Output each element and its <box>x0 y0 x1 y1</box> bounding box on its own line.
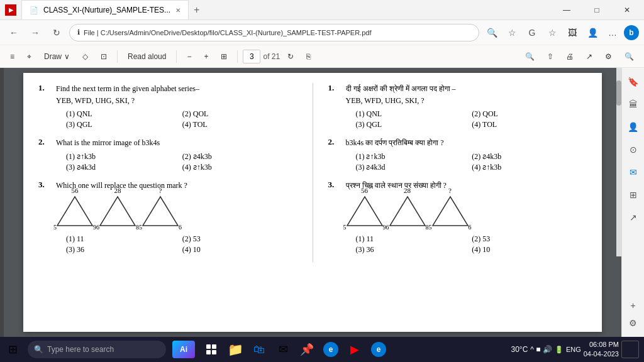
sidebar-library[interactable]: 🏛 <box>625 96 642 113</box>
pdf-share-button[interactable]: ⇧ <box>542 48 558 65</box>
taskbar-search[interactable]: 🔍 Type here to search <box>28 341 166 358</box>
q2-opt4-hi: (4) ƨ↑k3b <box>472 163 587 172</box>
highlight-button[interactable]: ⌖ <box>22 48 36 65</box>
sidebar-bookmark[interactable]: 🔖 <box>625 73 642 90</box>
english-column: 1. Find the next term in the given alpha… <box>38 83 297 262</box>
taskbar-time[interactable]: 06:08 PM 04-04-2023 <box>584 340 619 359</box>
sidebar-outlook[interactable]: ✉ <box>625 163 642 181</box>
sidebar-add[interactable]: + <box>625 297 642 314</box>
pdf-print-button[interactable]: 🖨 <box>561 48 579 65</box>
favorite-icon[interactable]: ☆ <box>503 24 521 41</box>
edge-icon: b <box>624 25 639 40</box>
taskbar-edge[interactable]: e <box>319 338 342 361</box>
minimize-button[interactable]: — <box>552 0 581 20</box>
refresh-button[interactable]: ↻ <box>48 24 65 41</box>
copy-button[interactable]: ⎘ <box>301 48 316 65</box>
taskbar-youtube[interactable]: ▶ <box>343 338 366 361</box>
share-icon[interactable]: ☆ <box>543 24 561 41</box>
q2-opt1-hi: (1) ƨ↑k3b <box>356 152 471 162</box>
maximize-button[interactable]: □ <box>582 0 611 20</box>
sidebar-arrow[interactable]: ↗ <box>625 209 642 226</box>
address-bar: ← → ↻ ℹ File | C:/Users/Admin/OneDrive/D… <box>0 20 644 45</box>
weather-temp: 30°C <box>511 345 528 354</box>
extensions-icon[interactable]: 🖼 <box>564 24 581 41</box>
search-icon[interactable]: 🔍 <box>483 24 501 41</box>
svg-marker-0 <box>57 197 92 226</box>
sidebar-circle[interactable]: ⊙ <box>625 141 642 158</box>
box-button[interactable]: ⊡ <box>96 48 112 65</box>
pdf-search-button[interactable]: 🔍 <box>520 48 540 65</box>
q2-opt3-hi: (3) ƨ4k3d <box>356 163 471 172</box>
svg-rect-7 <box>212 344 216 349</box>
user-icon[interactable]: 👤 <box>584 24 601 41</box>
triangle3-en: ? 5 6 <box>142 195 179 229</box>
taskbar-task-view[interactable] <box>200 338 223 361</box>
pdf-sidebar-search[interactable]: 🔍 <box>619 48 639 65</box>
triangle2-svg-en <box>99 195 136 227</box>
taskbar-store[interactable]: 🛍 <box>248 338 270 361</box>
q3-content-en: Which one will replace the question mark… <box>56 180 297 260</box>
taskbar-edge2[interactable]: e <box>367 338 390 361</box>
svg-rect-6 <box>206 344 211 349</box>
taskbar-app5[interactable]: 📌 <box>296 338 318 361</box>
page-number-input[interactable] <box>243 50 260 63</box>
scrollbar-thumb[interactable] <box>616 80 621 106</box>
taskbar-mail[interactable]: ✉ <box>272 338 294 361</box>
show-desktop-button[interactable] <box>621 341 639 358</box>
q1-num-en: 1. <box>38 83 51 134</box>
q1-opt4-hi: (4) TOL <box>472 120 587 129</box>
new-tab-button[interactable]: + <box>189 4 204 16</box>
triangle3-svg-hi <box>431 195 469 227</box>
triangle1-en: 56 5 9 <box>56 195 94 229</box>
sidebar-scroll-settings[interactable]: ⚙ <box>625 314 642 332</box>
triangle2-svg-hi <box>389 195 426 227</box>
q3-options-hi: (1) 11 (2) 53 (3) 36 (4) 10 <box>356 234 587 255</box>
q3-content-hi: प्रश्न चिह्न वाले स्थान पर संख्या होगी ?… <box>346 180 587 260</box>
fit-page-button[interactable]: ⊞ <box>216 48 232 65</box>
sidebar-user[interactable]: 👤 <box>625 118 642 136</box>
more-menu[interactable]: … <box>604 24 621 41</box>
menu-button[interactable]: ≡ <box>5 48 19 65</box>
ai-label: Ai <box>180 345 187 354</box>
q2-content-en: What is the mirror image of b3k4s (1) ƨ↑… <box>56 137 297 177</box>
q1-opt1-en: (1) QNL <box>66 109 181 119</box>
q2-text-en: What is the mirror image of b3k4s <box>56 137 297 149</box>
triangle2-en: 28 6 8 <box>99 195 136 229</box>
draw-button[interactable]: Draw ∨ <box>39 48 75 65</box>
zoom-in-button[interactable]: + <box>199 48 213 65</box>
tab-close-button[interactable]: ✕ <box>175 7 180 14</box>
separator <box>117 50 118 63</box>
q2-num-hi: 2. <box>328 137 341 177</box>
triangle1-svg-hi <box>346 195 384 227</box>
start-button[interactable]: ⊞ <box>0 337 25 362</box>
taskbar-file-explorer[interactable]: 📁 <box>224 338 247 361</box>
pdf-container[interactable]: 1. Find the next term in the given alpha… <box>4 68 621 337</box>
collections-icon[interactable]: G <box>523 24 541 41</box>
back-button[interactable]: ← <box>5 24 23 41</box>
q1-options-hi: (1) QNL (2) QOL (3) QGL (4) TOL <box>356 109 587 129</box>
zoom-out-button[interactable]: − <box>182 48 196 65</box>
q2-num-en: 2. <box>38 137 51 177</box>
pdf-more-button[interactable]: ↗ <box>581 48 597 65</box>
active-tab[interactable]: 📄 CLASS_XI-(Nurture)_SAMPLE-TES... ✕ <box>21 0 189 19</box>
pdf-settings-button[interactable]: ⚙ <box>600 48 617 65</box>
read-aloud-button[interactable]: Read aloud <box>123 48 171 65</box>
q2-opt2-hi: (2) ƨ4k3b <box>472 152 587 162</box>
forward-button[interactable]: → <box>26 24 44 41</box>
ai-button[interactable]: Ai <box>172 341 195 358</box>
tab-title: CLASS_XI-(Nurture)_SAMPLE-TES... <box>43 6 170 14</box>
svg-marker-1 <box>100 197 135 226</box>
title-bar-left: ▶ <box>0 4 21 16</box>
taskbar: ⊞ 🔍 Type here to search Ai 📁 🛍 ✉ 📌 e ▶ <box>0 337 644 362</box>
window-controls: — □ ✕ <box>552 0 644 20</box>
close-button[interactable]: ✕ <box>613 0 641 20</box>
erase-button[interactable]: ◇ <box>77 48 93 65</box>
pdf-page: 1. Find the next term in the given alpha… <box>23 73 602 332</box>
triangle3-hi: ? 5 6 <box>431 195 469 229</box>
sidebar-apps[interactable]: ⊞ <box>625 186 642 204</box>
hindi-column: 1. दी गई अक्षरों की श्रेणी में अगला पद ह… <box>328 83 587 262</box>
address-input[interactable]: ℹ File | C:/Users/Admin/OneDrive/Desktop… <box>69 24 479 41</box>
q1-content-en: Find the next term in the given alphabet… <box>56 83 297 134</box>
q3-opt2-hi: (2) 53 <box>472 234 587 244</box>
rotate-button[interactable]: ↻ <box>282 48 299 65</box>
